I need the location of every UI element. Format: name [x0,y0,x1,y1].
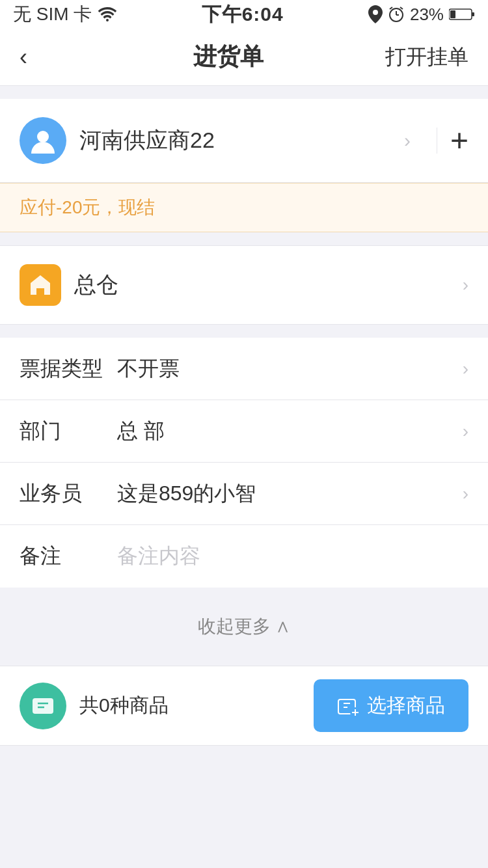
battery-text: 23% [410,5,444,25]
product-count: 共0种商品 [79,692,314,719]
warehouse-icon-bg [20,264,61,306]
open-pending-button[interactable]: 打开挂单 [385,43,468,72]
svg-rect-7 [36,288,44,295]
status-bar: 无 SIM 卡 下午6:04 23% [0,0,488,29]
invoice-type-row[interactable]: 票据类型 不开票 › [0,338,488,400]
warehouse-row[interactable]: 总仓 › [0,245,488,325]
warehouse-name: 总仓 [74,270,463,300]
invoice-type-value: 不开票 [117,355,463,383]
section-gap-1 [0,86,488,99]
department-row[interactable]: 部门 总 部 › [0,400,488,463]
supplier-row: 河南供应商22 › + [0,99,488,183]
select-product-button[interactable]: 选择商品 [314,679,468,732]
select-product-label: 选择商品 [367,692,445,719]
svg-point-6 [37,131,49,142]
supplier-name: 河南供应商22 [79,126,404,156]
back-button[interactable]: ‹ [20,44,72,71]
add-cart-icon [337,694,360,718]
department-chevron: › [463,421,468,442]
salesperson-chevron: › [463,483,468,504]
supplier-chevron-icon[interactable]: › [404,129,411,152]
svg-rect-4 [472,12,474,16]
vertical-divider [437,128,437,154]
alarm-icon [388,6,405,23]
warehouse-icon [28,273,53,297]
supplier-avatar [20,117,66,164]
invoice-type-label: 票据类型 [20,355,111,383]
form-section: 票据类型 不开票 › 部门 总 部 › 业务员 这是859的小智 › 备注 备注… [0,338,488,588]
product-icon-bg [20,683,66,729]
product-bar: 共0种商品 选择商品 [0,666,488,746]
page-background [0,746,488,868]
invoice-type-chevron: › [463,359,468,379]
status-left: 无 SIM 卡 [13,2,116,27]
section-gap-2 [0,232,488,245]
collapse-row[interactable]: 收起更多 ∧ [0,601,488,653]
wifi-icon [98,7,116,21]
notice-text: 应付-20元，现结 [20,197,155,217]
department-label: 部门 [20,417,111,446]
carrier-text: 无 SIM 卡 [13,2,92,27]
status-right: 23% [368,5,475,25]
location-icon [368,5,383,23]
person-icon [29,126,57,155]
notice-bar: 应付-20元，现结 [0,183,488,232]
svg-rect-8 [33,698,53,714]
add-supplier-button[interactable]: + [450,125,468,156]
salesperson-value: 这是859的小智 [117,480,463,508]
department-value: 总 部 [117,417,463,446]
svg-rect-5 [450,10,455,18]
warehouse-chevron-icon: › [463,275,468,295]
cart-icon [29,692,57,720]
page-title: 进货单 [193,41,264,73]
salesperson-row[interactable]: 业务员 这是859的小智 › [0,463,488,525]
remark-input[interactable]: 备注内容 [117,542,468,571]
nav-bar: ‹ 进货单 打开挂单 [0,29,488,86]
salesperson-label: 业务员 [20,480,111,508]
status-time: 下午6:04 [202,1,284,28]
remark-row[interactable]: 备注 备注内容 [0,525,488,588]
collapse-label: 收起更多 ∧ [198,614,291,639]
battery-icon [449,8,475,21]
remark-label: 备注 [20,542,111,571]
